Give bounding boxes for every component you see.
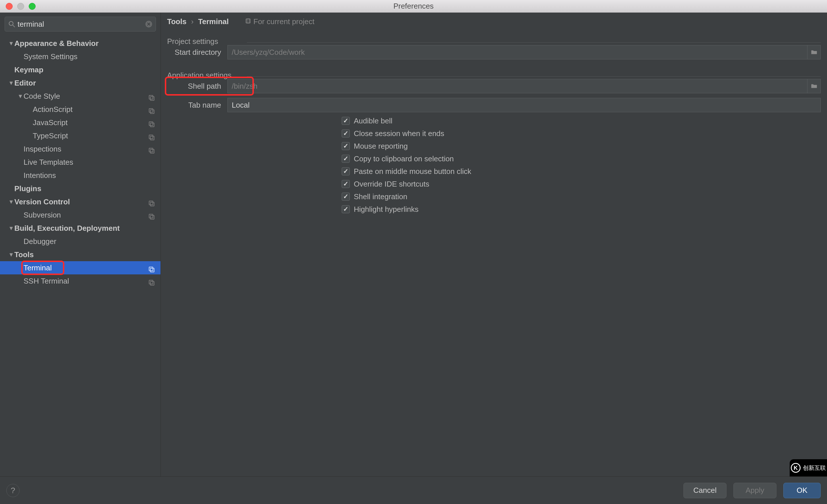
check-row-paste-on-middle-mouse-button-click: Paste on middle mouse button click [161,165,827,178]
sidebar: ▼Appearance & Behavior▼System Settings▼K… [0,13,161,476]
start-directory-input[interactable] [228,45,808,59]
search-box[interactable] [5,17,156,32]
svg-rect-17 [150,268,154,272]
row-start-directory: Start directory [161,43,827,62]
help-button[interactable]: ? [6,484,19,497]
tree-item-label: Subversion [23,208,148,221]
tree-item-live-templates[interactable]: ▼Live Templates [0,156,160,169]
checkbox-label: Close session when it ends [354,129,444,138]
svg-rect-7 [150,123,154,127]
scope-hint: For current project [245,17,314,26]
project-scope-icon [148,119,155,126]
tree-item-editor[interactable]: ▼Editor [0,77,160,90]
tree-item-javascript[interactable]: ▼JavaScript [0,116,160,129]
checkbox-label: Shell integration [354,192,407,201]
chevron-down-icon: ▼ [8,77,14,90]
shell-path-input[interactable] [228,79,808,93]
svg-rect-4 [149,95,153,99]
breadcrumb-parent[interactable]: Tools [167,17,186,26]
checkbox[interactable] [342,180,350,188]
apply-button[interactable]: Apply [733,483,776,498]
tree-item-label: Appearance & Behavior [14,37,155,50]
project-scope-icon [148,211,155,219]
chevron-down-icon: ▼ [8,221,14,235]
project-scope-icon [148,145,155,153]
checkbox[interactable] [342,167,350,175]
tree-item-label: JavaScript [33,116,148,129]
checkbox[interactable] [342,117,350,125]
tree-item-intentions[interactable]: ▼Intentions [0,169,160,182]
tree-item-debugger[interactable]: ▼Debugger [0,235,160,248]
tree-item-plugins[interactable]: ▼Plugins [0,182,160,195]
search-input[interactable] [16,20,145,29]
start-directory-browse-button[interactable] [808,45,821,59]
tree-item-build-execution-deployment[interactable]: ▼Build, Execution, Deployment [0,221,160,235]
tree-item-inspections[interactable]: ▼Inspections [0,142,160,156]
clear-search-icon[interactable] [145,20,153,28]
breadcrumb: Tools › Terminal For current project [161,13,827,31]
start-directory-label: Start directory [167,48,228,57]
svg-point-0 [9,21,13,26]
check-row-shell-integration: Shell integration [161,190,827,203]
tree-item-actionscript[interactable]: ▼ActionScript [0,103,160,116]
svg-rect-16 [149,214,153,218]
svg-rect-11 [150,150,154,153]
checkbox[interactable] [342,155,350,163]
svg-rect-5 [150,110,154,114]
chevron-down-icon: ▼ [8,248,14,261]
checkbox-label: Paste on middle mouse button click [354,167,471,176]
tree-item-ssh-terminal[interactable]: ▼SSH Terminal [0,274,160,288]
chevron-down-icon: ▼ [17,90,23,103]
check-row-mouse-reporting: Mouse reporting [161,140,827,152]
shell-path-browse-button[interactable] [808,79,821,93]
tree-item-label: Plugins [14,182,155,195]
tree-item-version-control[interactable]: ▼Version Control [0,195,160,208]
tree-item-subversion[interactable]: ▼Subversion [0,208,160,221]
shell-path-label: Shell path [167,82,228,91]
svg-rect-22 [247,19,249,23]
checkbox-label: Highlight hyperlinks [354,205,419,214]
tree-item-code-style[interactable]: ▼Code Style [0,90,160,103]
check-row-highlight-hyperlinks: Highlight hyperlinks [161,203,827,215]
tab-name-label: Tab name [167,101,228,110]
ok-button[interactable]: OK [783,483,821,498]
checkbox[interactable] [342,205,350,213]
scope-text: For current project [253,17,314,26]
svg-rect-10 [149,135,153,139]
svg-rect-20 [149,280,153,284]
checkbox[interactable] [342,130,350,138]
tree-item-label: ActionScript [33,103,148,116]
tree-item-terminal[interactable]: ▼Terminal [0,261,160,274]
search-icon [8,20,16,28]
cancel-button[interactable]: Cancel [683,483,727,498]
tree-item-label: Code Style [23,90,148,103]
check-row-close-session-when-it-ends: Close session when it ends [161,127,827,140]
footer: ? Cancel Apply OK [0,476,827,504]
svg-line-1 [13,25,15,27]
tree-item-tools[interactable]: ▼Tools [0,248,160,261]
svg-rect-12 [149,148,153,152]
check-row-copy-to-clipboard-on-selection: Copy to clipboard on selection [161,152,827,165]
tree-item-appearance-behavior[interactable]: ▼Appearance & Behavior [0,37,160,50]
row-tab-name: Tab name [161,96,827,114]
settings-tree: ▼Appearance & Behavior▼System Settings▼K… [0,36,160,476]
window-title: Preferences [0,2,827,11]
checkbox[interactable] [342,142,350,150]
titlebar: Preferences [0,0,827,13]
project-scope-icon [148,264,155,271]
tree-item-typescript[interactable]: ▼TypeScript [0,129,160,142]
project-scope-icon [245,17,251,26]
checkbox[interactable] [342,193,350,201]
svg-rect-9 [150,136,154,140]
project-scope-icon [148,106,155,113]
chevron-down-icon: ▼ [8,195,14,208]
project-scope-icon [148,198,155,205]
checkbox-label: Audible bell [354,116,392,125]
tab-name-input[interactable] [228,98,821,112]
svg-rect-3 [150,97,154,100]
tree-item-system-settings[interactable]: ▼System Settings [0,50,160,63]
svg-rect-18 [149,267,153,271]
svg-rect-19 [150,282,154,285]
svg-rect-14 [149,201,153,205]
tree-item-keymap[interactable]: ▼Keymap [0,63,160,77]
